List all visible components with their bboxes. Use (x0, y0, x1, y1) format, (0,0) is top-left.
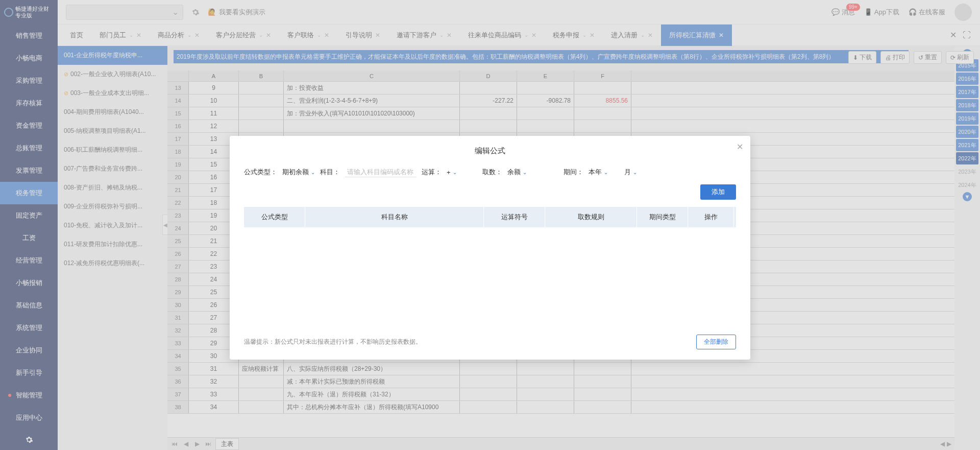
subject-input[interactable] (345, 167, 416, 177)
modal-overlay: 编辑公式 ✕ 公式类型： 期初余额⌄ 科目： 运算： +⌄ 取数： 余额⌄ 期间… (0, 0, 980, 450)
modal-tip: 温馨提示：新公式只对未出报表进行计算，不影响历史报表数据。 (244, 338, 422, 346)
close-icon[interactable]: ✕ (737, 142, 743, 152)
chevron-down-icon: ⌄ (633, 170, 637, 175)
fetch-select[interactable]: 余额⌄ (507, 168, 558, 177)
table-header: 操作 (688, 207, 734, 227)
chevron-down-icon: ⌄ (311, 170, 315, 175)
modal-title: 编辑公式 (244, 146, 736, 156)
add-button[interactable]: 添加 (700, 184, 736, 200)
delete-all-button[interactable]: 全部删除 (696, 335, 736, 349)
period-month-select[interactable]: 月⌄ (624, 168, 655, 177)
period-label: 期间： (564, 168, 583, 177)
formula-type-select[interactable]: 期初余额⌄ (282, 168, 315, 177)
fetch-label: 取数： (482, 168, 502, 177)
chevron-down-icon: ⌄ (604, 170, 608, 175)
operator-label: 运算： (422, 168, 442, 177)
table-header: 期间类型 (637, 207, 688, 227)
table-header: 公式类型 (244, 207, 305, 227)
chevron-down-icon: ⌄ (523, 170, 527, 175)
table-header: 取数规则 (545, 207, 637, 227)
period-year-select[interactable]: 本年⌄ (589, 168, 619, 177)
edit-formula-modal: 编辑公式 ✕ 公式类型： 期初余额⌄ 科目： 运算： +⌄ 取数： 余额⌄ 期间… (230, 136, 750, 360)
table-header: 科目名称 (305, 207, 484, 227)
formula-type-label: 公式类型： (244, 168, 277, 177)
subject-label: 科目： (320, 168, 340, 177)
chevron-down-icon: ⌄ (453, 170, 457, 175)
operator-select[interactable]: +⌄ (447, 169, 477, 176)
table-header: 运算符号 (484, 207, 545, 227)
